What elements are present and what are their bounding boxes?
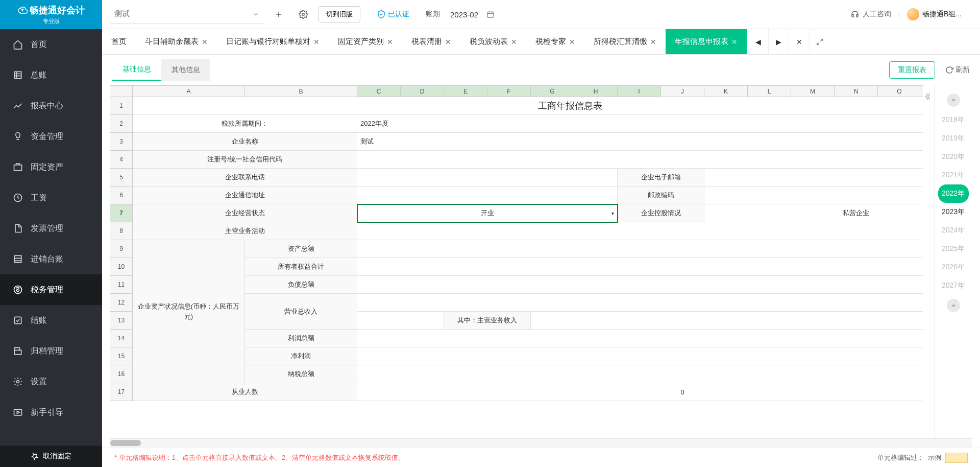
col-header-I[interactable]: I [618,86,661,97]
tab-0[interactable]: 首页 [102,29,136,54]
asset-row-value[interactable] [357,276,923,294]
close-icon[interactable]: ✕ [202,38,208,46]
sidebar-item-12[interactable]: 新手引导 [0,397,102,428]
postal-value[interactable] [704,186,923,204]
user-menu[interactable]: 畅捷通B组... [907,8,962,20]
row-header[interactable]: 7 [110,204,133,222]
close-icon[interactable]: ✕ [511,38,517,46]
close-icon[interactable]: ✕ [731,38,738,46]
tab-7[interactable]: 所得税汇算清缴✕ [584,29,666,54]
col-header-F[interactable]: F [487,86,531,97]
year-option[interactable]: 2018年 [935,111,972,129]
sidebar-item-3[interactable]: 资金管理 [0,121,102,152]
status-select[interactable]: 开业 [357,204,618,222]
main-revenue-value[interactable] [531,312,923,330]
asset-row-value[interactable] [357,347,923,365]
year-option[interactable]: 2023年 [935,203,972,221]
reg-code-value[interactable] [357,151,923,169]
close-icon[interactable]: ✕ [387,38,393,46]
col-header-O[interactable]: O [878,86,921,97]
col-header-N[interactable]: N [835,86,878,97]
year-option[interactable]: 2019年 [935,129,972,148]
year-option[interactable]: 2020年 [935,148,972,166]
row-header[interactable]: 4 [110,151,133,169]
company-name-value[interactable]: 测试 [357,133,923,151]
col-header-D[interactable]: D [401,86,444,97]
row-header[interactable]: 5 [110,169,133,186]
switch-old-version-button[interactable]: 切到旧版 [318,6,360,22]
year-option[interactable]: 2027年 [935,276,972,295]
year-option[interactable]: 2024年 [935,221,972,240]
row-header[interactable]: 9 [110,240,133,258]
col-header-E[interactable]: E [444,86,487,97]
revenue-value[interactable] [357,294,923,312]
asset-row-value[interactable] [357,258,923,276]
col-header-P[interactable]: P [921,86,923,97]
row-header[interactable]: 10 [110,258,133,276]
tabs-next[interactable]: ▶ [768,29,789,55]
year-option[interactable]: 2022年 [938,184,969,203]
sidebar-item-10[interactable]: 归档管理 [0,336,102,366]
row-header[interactable]: 3 [110,133,133,151]
tabs-close[interactable]: ✕ [789,29,809,55]
year-panel-collapse[interactable] [923,85,931,438]
holding-value[interactable]: 私营企业 [704,204,923,222]
sidebar-item-9[interactable]: 结账 [0,305,102,336]
col-header-H[interactable]: H [574,86,618,97]
tab-5[interactable]: 税负波动表✕ [460,29,526,54]
scrollbar-thumb[interactable] [110,440,141,446]
refresh-button[interactable]: 刷新 [945,65,970,75]
asset-row-value[interactable] [357,365,923,383]
email-value[interactable] [704,169,923,186]
period-picker[interactable] [481,5,500,24]
tabs-fullscreen[interactable] [809,29,829,55]
sidebar-item-0[interactable]: 首页 [0,29,102,60]
asset-row-value[interactable] [357,330,923,347]
row-header[interactable]: 15 [110,347,133,365]
main-biz-value[interactable] [357,222,923,240]
phone-value[interactable] [357,169,618,186]
tab-4[interactable]: 税表清册✕ [402,29,460,54]
row-header[interactable]: 8 [110,222,133,240]
col-header-B[interactable]: B [245,86,357,97]
row-header[interactable]: 2 [110,115,133,133]
col-header-L[interactable]: L [748,86,791,97]
tab-basic-info[interactable]: 基础信息 [112,59,161,81]
consult-button[interactable]: 人工咨询 [850,10,891,19]
sidebar-item-8[interactable]: 税务管理 [0,274,102,305]
col-header-C[interactable]: C [357,86,401,97]
add-button[interactable] [270,5,288,24]
year-next[interactable] [947,299,960,312]
col-header-G[interactable]: G [531,86,574,97]
company-select[interactable]: 测试 [110,5,263,24]
sidebar-item-2[interactable]: 报表中心 [0,90,102,121]
close-icon[interactable]: ✕ [650,38,656,46]
col-header-K[interactable]: K [704,86,748,97]
tabs-prev[interactable]: ◀ [748,29,768,55]
sidebar-item-5[interactable]: 工资 [0,182,102,213]
revenue-sub-blank[interactable] [357,312,444,330]
sidebar-item-1[interactable]: 总账 [0,60,102,90]
asset-row-value[interactable] [357,240,923,258]
sidebar-item-6[interactable]: 发票管理 [0,213,102,244]
tab-6[interactable]: 税检专家✕ [526,29,584,54]
tab-8[interactable]: 年报信息申报表✕ [666,29,747,54]
employees-value[interactable]: 0 [357,383,923,401]
horizontal-scrollbar[interactable] [110,438,972,448]
close-icon[interactable]: ✕ [313,38,320,46]
col-header-M[interactable]: M [791,86,835,97]
settings-button[interactable] [294,5,312,24]
row-header[interactable]: 17 [110,383,133,401]
row-header[interactable]: 6 [110,186,133,204]
tab-other-info[interactable]: 其他信息 [161,59,210,81]
row-header[interactable]: 13 [110,312,133,330]
tab-3[interactable]: 固定资产类别✕ [329,29,402,54]
tab-2[interactable]: 日记账与银行对账单核对✕ [217,29,329,54]
year-option[interactable]: 2026年 [935,258,972,276]
unpin-button[interactable]: 取消固定 [0,446,102,467]
year-prev[interactable] [947,94,960,107]
row-header[interactable]: 12 [110,294,133,312]
sidebar-item-4[interactable]: 固定资产 [0,152,102,182]
close-icon[interactable]: ✕ [569,38,575,46]
sidebar-item-7[interactable]: 进销台账 [0,244,102,274]
